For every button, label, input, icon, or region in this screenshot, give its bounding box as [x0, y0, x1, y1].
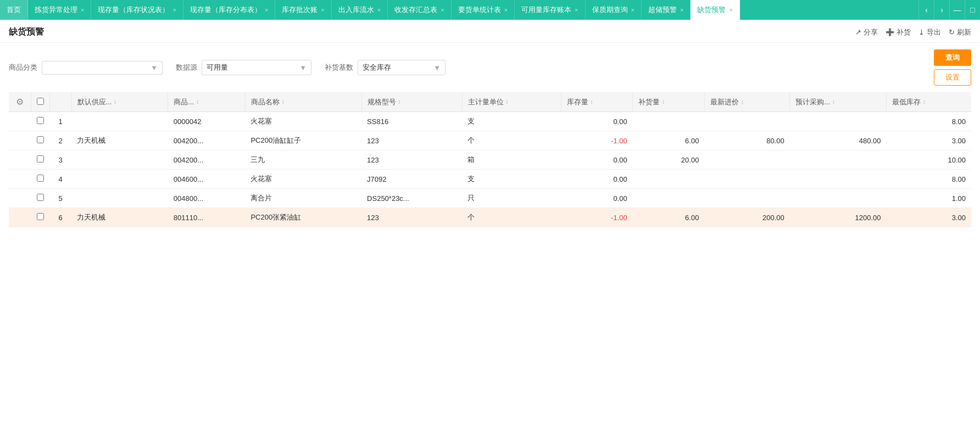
sort-unit-icon[interactable]: ↕: [506, 99, 509, 105]
row-stock-qty: 0.00: [561, 170, 633, 189]
row-seq: 5: [49, 189, 71, 208]
column-settings-icon[interactable]: ⚙: [16, 97, 24, 107]
row-latest-price: [704, 170, 789, 189]
tab-req-stat[interactable]: 要货单统计表 ×: [452, 0, 515, 20]
close-tab-recv-summary[interactable]: ×: [441, 7, 444, 13]
close-tab-inout-flow[interactable]: ×: [377, 7, 381, 13]
tab-stock-dist[interactable]: 现存量（库存分布表） ×: [183, 0, 275, 20]
tab-shortage[interactable]: 缺货预警 ×: [691, 0, 739, 20]
row-stock-qty: 0.00: [561, 189, 633, 208]
shortage-table: ⚙ 默认供应... ↕ 商品...: [9, 92, 971, 227]
row-latest-price: 80.00: [704, 131, 789, 150]
row-code: 004200...: [168, 150, 246, 170]
sort-supplier-icon[interactable]: ↕: [114, 99, 116, 105]
replenish-icon: ➕: [886, 28, 894, 36]
tab-scroll-left[interactable]: ‹: [918, 0, 934, 20]
row-spec: 123: [361, 150, 462, 170]
datasource-chevron-icon: ▼: [299, 64, 307, 72]
tab-navigation: ‹ › — □: [918, 0, 980, 20]
row-seq: 4: [49, 170, 71, 189]
tab-batch-account[interactable]: 库存批次账 ×: [275, 0, 331, 20]
tab-home[interactable]: 首页: [0, 0, 28, 20]
row-replenish-qty: [633, 112, 705, 131]
sort-stock-icon[interactable]: ↕: [591, 99, 593, 105]
row-settings-cell: [9, 131, 31, 150]
sort-min-stock-icon[interactable]: ↕: [923, 99, 926, 105]
close-tab-batch-account[interactable]: ×: [321, 7, 324, 13]
sort-replenish-icon[interactable]: ↕: [662, 99, 665, 105]
row-name: 火花塞: [245, 112, 361, 131]
page-container: 缺货预警 ↗ 分享 ➕ 补货 ⤓ 导出 ↻ 刷新 商品分类: [0, 20, 980, 437]
row-checkbox-0[interactable]: [37, 117, 44, 124]
refresh-action[interactable]: ↻ 刷新: [949, 27, 971, 37]
tab-overstock[interactable]: 超储预警 ×: [642, 0, 691, 20]
category-chevron-icon: ▼: [151, 64, 158, 72]
sort-price-icon[interactable]: ↕: [741, 99, 744, 105]
tab-abnormal[interactable]: 拣货异常处理 ×: [28, 0, 91, 20]
filter-bar: 商品分类 ▼ 数据源 可用量 ▼ 补货基数 安全库存 ▼ 查询 设置: [0, 43, 980, 92]
tab-maximize[interactable]: □: [965, 0, 980, 20]
close-tab-stock-status[interactable]: ×: [172, 7, 176, 13]
row-checkbox-4[interactable]: [37, 194, 44, 201]
tab-scroll-right[interactable]: ›: [934, 0, 949, 20]
export-action[interactable]: ⤓ 导出: [918, 27, 941, 37]
base-filter-group: 补货基数 安全库存 ▼: [325, 60, 446, 75]
close-tab-shortage[interactable]: ×: [729, 7, 732, 13]
row-est-purchase: [790, 112, 887, 131]
row-supplier: [71, 150, 168, 170]
share-action[interactable]: ↗ 分享: [855, 27, 878, 37]
row-seq: 1: [49, 112, 71, 131]
settings-button[interactable]: 设置: [934, 69, 971, 86]
sort-est-purchase-icon[interactable]: ↕: [832, 99, 835, 105]
select-all-checkbox[interactable]: [37, 98, 44, 105]
replenish-action[interactable]: ➕ 补货: [886, 27, 911, 37]
row-min-stock: 3.00: [887, 208, 971, 227]
tab-bar: 首页 拣货异常处理 × 现存量（库存状况表） × 现存量（库存分布表） × 库存…: [0, 0, 980, 20]
row-spec: 123: [361, 131, 462, 150]
row-settings-cell: [9, 170, 31, 189]
tab-minimize[interactable]: —: [949, 0, 965, 20]
close-tab-overstock[interactable]: ×: [680, 7, 683, 13]
row-spec: DS250*23c...: [361, 189, 462, 208]
row-checkbox-3[interactable]: [37, 175, 44, 182]
base-select[interactable]: 安全库存 ▼: [358, 60, 446, 75]
tab-recv-summary[interactable]: 收发存汇总表 ×: [388, 0, 451, 20]
close-tab-expiry[interactable]: ×: [631, 7, 634, 13]
sort-spec-icon[interactable]: ↕: [398, 99, 401, 105]
close-tab-stock-dist[interactable]: ×: [265, 7, 268, 13]
row-checkbox-1[interactable]: [37, 136, 44, 143]
sort-code-icon[interactable]: ↕: [196, 99, 199, 105]
row-checkbox-5[interactable]: [37, 213, 44, 220]
close-tab-abnormal[interactable]: ×: [81, 7, 84, 13]
table-row: 2 力天机械 004200... PC200油缸缸子 123 个 -1.00 6…: [9, 131, 971, 150]
th-seq: [49, 92, 71, 112]
query-button[interactable]: 查询: [934, 49, 971, 66]
row-unit: 箱: [462, 150, 561, 170]
row-latest-price: [704, 189, 789, 208]
th-replenish-qty: 补货量 ↕: [633, 92, 705, 112]
sort-name-icon[interactable]: ↕: [282, 99, 285, 105]
row-replenish-qty: [633, 189, 705, 208]
datasource-select[interactable]: 可用量 ▼: [202, 60, 311, 75]
row-settings-cell: [9, 208, 31, 227]
row-min-stock: 8.00: [887, 170, 971, 189]
row-settings-cell: [9, 189, 31, 208]
th-product-code: 商品... ↕: [168, 92, 246, 112]
th-min-stock: 最低库存 ↕: [887, 92, 971, 112]
row-checkbox-2[interactable]: [37, 155, 44, 163]
row-seq: 3: [49, 150, 71, 170]
tab-stock-status[interactable]: 现存量（库存状况表） ×: [91, 0, 183, 20]
table-row: 3 004200... 三九 123 箱 0.00 20.00 10.00: [9, 150, 971, 170]
tab-available-ledger[interactable]: 可用量库存账本 ×: [515, 0, 585, 20]
category-select[interactable]: ▼: [42, 61, 163, 75]
tab-expiry[interactable]: 保质期查询 ×: [586, 0, 642, 20]
row-min-stock: 8.00: [887, 112, 971, 131]
th-product-name: 商品名称 ↕: [245, 92, 361, 112]
row-checkbox-cell: [31, 112, 49, 131]
row-name: 火花塞: [245, 170, 361, 189]
close-tab-available-ledger[interactable]: ×: [575, 7, 578, 13]
row-supplier: 力天机械: [71, 131, 168, 150]
tab-inout-flow[interactable]: 出入库流水 ×: [332, 0, 388, 20]
datasource-value: 可用量: [207, 63, 228, 72]
close-tab-req-stat[interactable]: ×: [504, 7, 508, 13]
